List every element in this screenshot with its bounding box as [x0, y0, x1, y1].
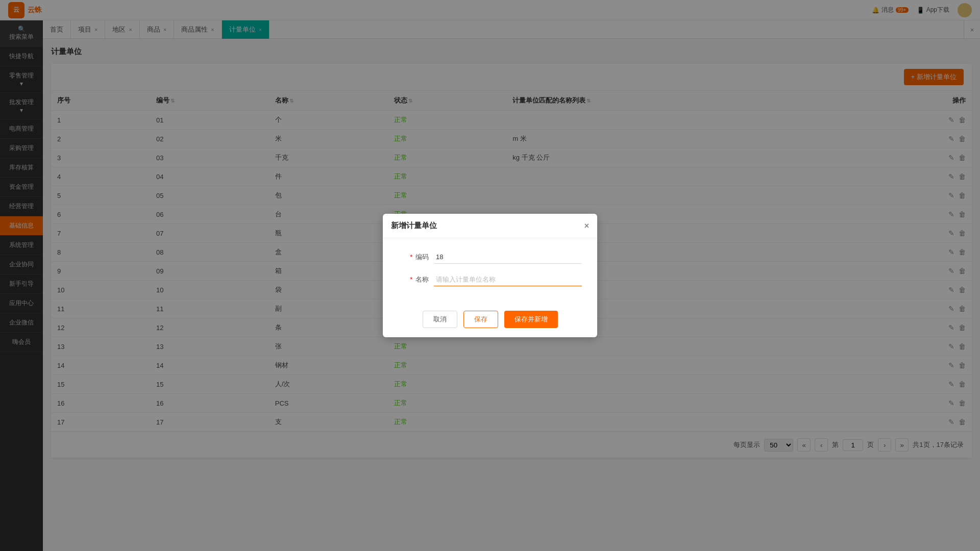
save-and-new-button[interactable]: 保存并新增 — [504, 311, 558, 328]
code-form-row: * 编码 — [398, 251, 582, 264]
save-button[interactable]: 保存 — [463, 311, 498, 328]
add-unit-modal: 新增计量单位 × * 编码 * 名称 取消 保存 保存并新增 — [383, 214, 597, 337]
modal-footer: 取消 保存 保存并新增 — [383, 304, 597, 337]
modal-close-button[interactable]: × — [584, 221, 589, 231]
code-input[interactable] — [434, 251, 582, 264]
modal-body: * 编码 * 名称 — [383, 238, 597, 304]
name-input[interactable] — [434, 273, 582, 286]
name-label: * 名称 — [398, 275, 429, 284]
modal-title: 新增计量单位 — [391, 221, 437, 231]
name-form-row: * 名称 — [398, 273, 582, 286]
code-label: * 编码 — [398, 253, 429, 262]
cancel-button[interactable]: 取消 — [423, 311, 457, 328]
modal-header: 新增计量单位 × — [383, 214, 597, 238]
modal-overlay: 新增计量单位 × * 编码 * 名称 取消 保存 保存并新增 — [0, 0, 980, 551]
